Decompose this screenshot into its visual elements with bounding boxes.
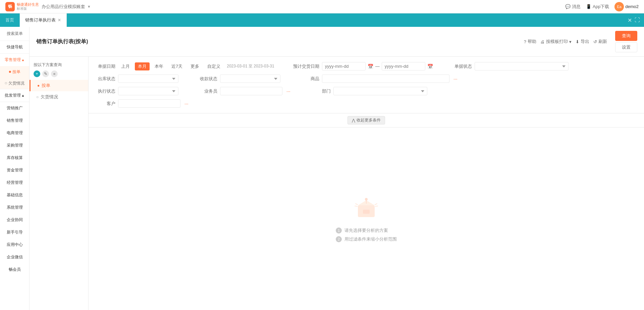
filter-edit-button[interactable]: ✎ <box>42 70 49 77</box>
sidebar-item-sales[interactable]: 销售管理 <box>0 114 29 127</box>
hint-num-1: 1 <box>336 227 342 234</box>
sidebar-wholesale-section: 批发管理 ▲ <box>0 89 29 102</box>
window-close-button[interactable]: ✕ <box>628 17 632 23</box>
tab-home[interactable]: 首页 <box>0 13 20 27</box>
tab-home-label: 首页 <box>5 17 14 23</box>
sidebar-item-wechat[interactable]: 企业微信 <box>0 251 29 263</box>
sidebar-item-inventory[interactable]: 库存核算 <box>0 152 29 164</box>
collapse-more-button[interactable]: ⋀ 收起更多条件 <box>347 116 385 124</box>
status-filter-group: 单据状态 ▾ <box>452 62 566 70</box>
salesperson-dots-button[interactable]: ··· <box>285 89 292 94</box>
dept-select[interactable] <box>333 87 427 95</box>
sidebar-retail-section: 零售管理 ▲ ● 按单 ○ 欠货情况 <box>0 54 29 89</box>
export-icon: ⬇ <box>576 39 579 44</box>
collapse-more-bar: ⋀ 收起更多条件 <box>89 113 644 127</box>
settings-button[interactable]: 设置 <box>615 42 637 52</box>
sidebar-item-newbie[interactable]: 新手引导 <box>0 226 29 239</box>
filter-collapse-button[interactable]: « <box>51 70 58 77</box>
customer-dots-button[interactable]: ··· <box>183 101 190 106</box>
logo-icon: 畅 <box>5 2 15 11</box>
sidebar-item-debt[interactable]: ○ 欠货情况 <box>0 78 29 89</box>
sidebar-item-retail[interactable]: 零售管理 ▲ <box>0 54 29 66</box>
sidebar-item-operation[interactable]: 经营管理 <box>0 176 29 189</box>
sidebar-item-system[interactable]: 系统管理 <box>0 201 29 214</box>
customer-group: 客户 ··· <box>95 99 190 108</box>
custom-btn[interactable]: 自定义 <box>204 62 223 70</box>
top-bar-title: 办公用品行业模拟账套 <box>42 4 85 10</box>
main-layout: 搜索菜单 快捷导航 零售管理 ▲ ● 按单 <box>0 27 644 310</box>
sidebar-item-basic[interactable]: 基础信息 <box>0 189 29 201</box>
window-maximize-button[interactable]: ⛶ <box>635 17 640 23</box>
wholesale-arrow: ▲ <box>21 94 25 97</box>
filter-row-customer: 客户 ··· <box>95 99 637 108</box>
right-action-buttons: 查询 设置 <box>611 31 637 52</box>
page-title: 销售订单执行表(按单) <box>36 38 88 49</box>
filter-item-debt[interactable]: ○ 欠货情况 <box>30 91 88 103</box>
export-button[interactable]: ⬇ 导出 <box>576 39 589 45</box>
empty-state: 1 请先选择要分析的方案 2 用过滤条件来缩小分析范围 <box>89 127 644 310</box>
last-month-btn[interactable]: 上月 <box>118 62 133 70</box>
outstock-label: 出库状态 <box>95 76 115 82</box>
sidebar-item-cooperation[interactable]: 企业协同 <box>0 214 29 226</box>
sidebar-item-finance[interactable]: 资金管理 <box>0 164 29 176</box>
sidebar: 搜索菜单 快捷导航 零售管理 ▲ ● 按单 <box>0 27 30 310</box>
execution-select[interactable] <box>118 87 178 95</box>
filter-item-order[interactable]: ● 按单 <box>30 80 88 91</box>
sidebar-item-member[interactable]: 畅会员 <box>0 263 29 276</box>
sidebar-item-marketing[interactable]: 营销推广 <box>0 102 29 114</box>
date-filter-buttons: 上月 本月 本年 近7天 更多 自定义 2023-03-01 至 2023-03… <box>118 62 274 70</box>
avatar: Ea <box>614 2 624 11</box>
tab-close-icon[interactable]: ✕ <box>58 18 61 22</box>
expected-date-end[interactable] <box>382 62 425 70</box>
sidebar-item-order[interactable]: ● 按单 <box>0 66 29 78</box>
sidebar-item-ecommerce[interactable]: 电商管理 <box>0 127 29 139</box>
filter-form: 单据日期 上月 本月 本年 近7天 更多 自定义 2023-03-01 至 20… <box>89 57 644 113</box>
sidebar-item-purchase[interactable]: 采购管理 <box>0 139 29 152</box>
user-area[interactable]: Ea demo2 <box>614 2 639 11</box>
cal-icon-end[interactable]: 📅 <box>427 64 433 69</box>
current-month-btn[interactable]: 本月 <box>135 62 150 70</box>
status-label: 单据状态 <box>452 63 472 69</box>
query-button[interactable]: 查询 <box>615 31 637 41</box>
status-hints: 1 请先选择要分析的方案 2 用过滤条件来缩小分析范围 <box>336 227 397 242</box>
payment-select[interactable] <box>220 74 280 83</box>
outstock-select[interactable] <box>118 74 178 83</box>
current-year-btn[interactable]: 本年 <box>152 62 166 70</box>
message-button[interactable]: 💬 消息 <box>565 4 581 10</box>
salesperson-label: 业务员 <box>197 88 217 94</box>
svg-point-4 <box>365 198 368 201</box>
title-dropdown-icon[interactable]: ▾ <box>88 4 90 9</box>
sidebar-search-label[interactable]: 搜索菜单 <box>3 30 26 38</box>
sidebar-search[interactable]: 搜索菜单 <box>0 27 29 41</box>
last7days-btn[interactable]: 近7天 <box>168 62 185 70</box>
help-button[interactable]: ? 帮助 <box>524 39 536 45</box>
filter-add-button[interactable]: + <box>34 70 40 77</box>
filter-sidebar: 按以下方案查询 + ✎ « ● <box>30 57 89 310</box>
svg-line-5 <box>356 204 358 205</box>
sidebar-wholesale-label: 批发管理 ▲ <box>5 93 25 98</box>
refresh-button[interactable]: ↺ 刷新 <box>593 39 607 45</box>
tab-sales-order[interactable]: 销售订单执行表 ✕ <box>20 13 67 27</box>
help-icon: ? <box>524 39 526 44</box>
expected-date-start[interactable] <box>322 62 366 70</box>
sidebar-item-wholesale[interactable]: 批发管理 ▲ <box>0 89 29 102</box>
salesperson-input[interactable] <box>220 87 282 95</box>
logo-text: 畅捷通好生意 标准版 <box>17 2 39 11</box>
goods-dots-button[interactable]: ··· <box>452 76 459 82</box>
cal-icon-start[interactable]: 📅 <box>368 64 373 69</box>
debt-inactive-icon: ○ <box>36 95 39 99</box>
more-btn[interactable]: 更多 <box>187 62 202 70</box>
payment-group: 收款状态 <box>197 74 280 83</box>
app-download-button[interactable]: 📱 App下载 <box>586 4 609 10</box>
customer-input[interactable] <box>118 99 180 108</box>
sidebar-item-apps[interactable]: 应用中心 <box>0 239 29 251</box>
svg-rect-2 <box>363 210 370 214</box>
sidebar-item-shortcut[interactable]: 快捷导航 <box>0 41 29 53</box>
status-select[interactable] <box>475 62 569 70</box>
top-bar-left: 畅 畅捷通好生意 标准版 办公用品行业模拟账套 ▾ <box>5 2 90 11</box>
print-button[interactable]: 🖨 按模板打印 ▾ <box>540 39 572 45</box>
filter-row-date: 单据日期 上月 本月 本年 近7天 更多 自定义 2023-03-01 至 20… <box>95 62 637 70</box>
goods-input[interactable] <box>322 74 449 83</box>
filter-row-status: 出库状态 收款状态 <box>95 74 637 83</box>
hint-text-1: 请先选择要分析的方案 <box>344 227 388 234</box>
